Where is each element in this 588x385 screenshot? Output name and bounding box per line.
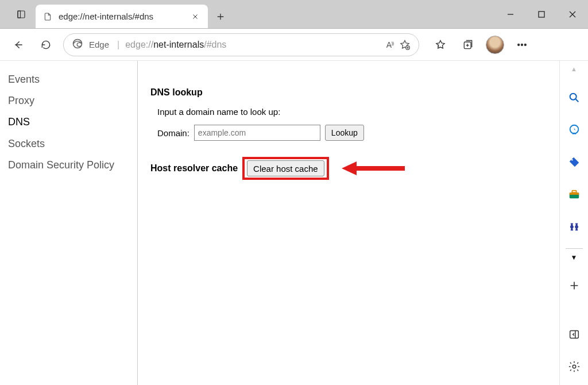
- clear-host-cache-button[interactable]: Clear host cache: [247, 160, 324, 176]
- lookup-button[interactable]: Lookup: [325, 125, 364, 141]
- minimize-button[interactable]: [495, 0, 526, 28]
- scroll-up-icon[interactable]: ▲: [571, 66, 577, 72]
- add-favorite-icon[interactable]: [399, 39, 411, 51]
- dns-lookup-instruction: Input a domain name to look up:: [157, 107, 549, 117]
- page-content: Events Proxy DNS Sockets Domain Security…: [0, 61, 588, 385]
- close-window-button[interactable]: [557, 0, 588, 28]
- tab-title: edge://net-internals/#dns: [59, 11, 184, 21]
- browser-tab[interactable]: edge://net-internals/#dns: [36, 5, 208, 28]
- sidebar-hide-button[interactable]: [560, 321, 588, 348]
- svg-rect-2: [539, 11, 544, 17]
- sidebar-tools-icon[interactable]: [560, 180, 588, 208]
- sidebar-item-proxy[interactable]: Proxy: [8, 90, 129, 111]
- addressbar-separator: |: [117, 40, 119, 50]
- svg-rect-0: [18, 11, 25, 18]
- sidebar-expand-icon[interactable]: ▼: [571, 253, 578, 261]
- back-button[interactable]: [8, 34, 29, 55]
- tab-actions-icon[interactable]: [7, 0, 36, 28]
- domain-label: Domain:: [157, 128, 189, 138]
- sidebar-divider: [566, 248, 583, 249]
- address-bar[interactable]: Edge | edge://net-internals/#dns A⁾⁾: [63, 33, 419, 56]
- annotation-highlight-box: Clear host cache: [242, 157, 329, 180]
- sidebar-settings-button[interactable]: [560, 353, 588, 380]
- addressbar-url: edge://net-internals/#dns: [125, 40, 380, 50]
- annotation-arrow: [342, 160, 405, 177]
- svg-rect-1: [18, 11, 21, 18]
- read-aloud-icon[interactable]: A⁾⁾: [386, 40, 393, 49]
- svg-marker-10: [342, 161, 357, 175]
- profile-avatar[interactable]: [486, 36, 504, 54]
- menu-button[interactable]: [512, 34, 532, 55]
- edge-sidebar: ▲ ▼: [559, 61, 588, 385]
- host-resolver-cache-heading: Host resolver cache: [150, 163, 238, 174]
- svg-rect-16: [569, 192, 579, 195]
- svg-point-18: [572, 365, 576, 368]
- refresh-button[interactable]: [36, 34, 56, 55]
- close-tab-button[interactable]: [189, 11, 201, 22]
- sidebar-item-sockets[interactable]: Sockets: [8, 133, 129, 155]
- sidebar-add-button[interactable]: [560, 272, 588, 299]
- window-controls: [495, 0, 588, 28]
- sidebar-item-domain-security[interactable]: Domain Security Policy: [8, 155, 129, 176]
- favorites-button[interactable]: [431, 34, 450, 55]
- edge-logo-icon: [72, 38, 83, 52]
- sidebar-bing-chat-icon[interactable]: [560, 116, 588, 144]
- svg-rect-17: [570, 331, 578, 338]
- svg-point-7: [521, 44, 523, 45]
- maximize-button[interactable]: [526, 0, 557, 28]
- domain-input[interactable]: [194, 125, 320, 141]
- main-panel: DNS lookup Input a domain name to look u…: [138, 61, 559, 385]
- sidebar-item-dns[interactable]: DNS: [8, 111, 129, 133]
- svg-point-8: [524, 44, 526, 45]
- svg-point-13: [571, 159, 573, 161]
- sidebar: Events Proxy DNS Sockets Domain Security…: [0, 61, 138, 385]
- svg-point-11: [570, 94, 576, 100]
- svg-point-6: [518, 44, 520, 45]
- sidebar-games-icon[interactable]: [560, 213, 588, 240]
- titlebar: edge://net-internals/#dns: [0, 0, 588, 29]
- toolbar: Edge | edge://net-internals/#dns A⁾⁾: [0, 29, 588, 61]
- svg-rect-15: [572, 191, 576, 193]
- sidebar-item-events[interactable]: Events: [8, 69, 129, 90]
- sidebar-search-icon[interactable]: [560, 84, 588, 111]
- sidebar-shopping-icon[interactable]: [560, 148, 588, 176]
- new-tab-button[interactable]: [208, 5, 233, 28]
- addressbar-brand: Edge: [89, 40, 109, 49]
- dns-lookup-heading: DNS lookup: [150, 87, 549, 98]
- page-icon: [42, 11, 53, 22]
- collections-button[interactable]: [458, 34, 478, 55]
